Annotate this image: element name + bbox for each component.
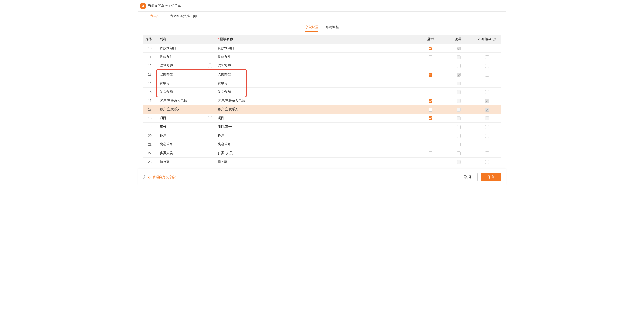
show-checkbox[interactable] (428, 116, 432, 120)
table-row[interactable]: 12结算客户+结算客户 (143, 62, 501, 70)
cell-required (444, 96, 473, 105)
question-icon: ? (143, 175, 146, 179)
add-child-button[interactable]: + (208, 116, 212, 120)
required-star-icon: * (218, 37, 219, 41)
readonly-checkbox[interactable] (485, 55, 489, 59)
cell-name: 客户.主联系人电话 (157, 96, 215, 105)
readonly-checkbox[interactable] (485, 73, 489, 76)
show-checkbox[interactable] (428, 108, 432, 112)
required-checkbox[interactable] (457, 64, 461, 68)
table-row[interactable]: 18项目+项目 (143, 114, 501, 122)
table-row[interactable]: 16客户.主联系人电话客户.主联系人电话 (143, 96, 501, 105)
cell-readonly (473, 158, 501, 166)
show-checkbox[interactable] (428, 143, 432, 146)
cell-display-name[interactable]: 结算客户 (215, 62, 416, 70)
cell-readonly (473, 131, 501, 140)
cell-display-name[interactable]: 收款条件 (215, 53, 416, 62)
table-row[interactable]: 15发票金额发票金额 (143, 88, 501, 96)
cell-readonly (473, 122, 501, 131)
required-checkbox[interactable] (457, 134, 461, 138)
cell-name: 发票金额 (157, 88, 215, 96)
show-checkbox[interactable] (428, 160, 432, 164)
cell-display-name[interactable]: 客户.主联系人电话 (215, 96, 416, 105)
readonly-checkbox[interactable] (485, 125, 489, 129)
chevron-right-icon (142, 4, 144, 7)
save-button[interactable]: 保存 (480, 173, 501, 182)
cell-seq: 21 (143, 140, 157, 149)
cell-seq: 15 (143, 88, 157, 96)
page-title: 当前设置单据：销货单 (148, 4, 181, 8)
table-row[interactable]: 10收款到期日收款到期日 (143, 44, 501, 53)
show-checkbox[interactable] (428, 73, 432, 76)
cell-display-name[interactable]: 发票金额 (215, 88, 416, 96)
cell-name: 票据类型 (157, 70, 215, 79)
show-checkbox[interactable] (428, 55, 432, 59)
cell-show (416, 88, 444, 96)
cell-seq: 12 (143, 62, 157, 70)
required-checkbox[interactable] (457, 152, 461, 155)
cell-display-name[interactable]: 客户.主联系人 (215, 105, 416, 114)
cell-seq: 17 (143, 105, 157, 114)
cell-display-name[interactable]: 票据类型 (215, 70, 416, 79)
show-checkbox[interactable] (428, 64, 432, 68)
main-tab-1[interactable]: 表体区-销货单明细 (165, 12, 202, 21)
show-checkbox[interactable] (428, 90, 432, 94)
cell-required (444, 44, 473, 53)
show-checkbox[interactable] (428, 99, 432, 103)
table-row[interactable]: 17客户.主联系人客户.主联系人 (143, 105, 501, 114)
cell-display-name[interactable]: 项目 (215, 114, 416, 122)
cell-required (444, 79, 473, 88)
manage-custom-fields-link[interactable]: ? ⚙ 管理自定义字段 (143, 175, 176, 179)
cancel-button[interactable]: 取消 (457, 173, 478, 182)
cell-display-name[interactable]: 项目.车号 (215, 122, 416, 131)
cell-display-name[interactable]: 预收款 (215, 158, 416, 166)
cell-seq: 20 (143, 131, 157, 140)
table-row[interactable]: 20备注备注 (143, 131, 501, 140)
readonly-checkbox[interactable] (485, 143, 489, 146)
table-row[interactable]: 11收款条件收款条件 (143, 53, 501, 62)
cell-readonly (473, 70, 501, 79)
required-checkbox[interactable] (457, 125, 461, 129)
readonly-checkbox[interactable] (485, 134, 489, 138)
cell-readonly (473, 88, 501, 96)
main-tabs: 表头区表体区-销货单明细 (138, 12, 506, 21)
cell-show (416, 70, 444, 79)
table-row[interactable]: 13票据类型票据类型 (143, 70, 501, 79)
readonly-checkbox[interactable] (485, 160, 489, 164)
add-child-button[interactable]: + (208, 63, 212, 68)
collapse-toggle-button[interactable] (140, 3, 146, 8)
table-row[interactable]: 14发票号发票号 (143, 79, 501, 88)
show-checkbox[interactable] (428, 82, 432, 85)
cell-display-name[interactable]: 快递单号 (215, 140, 416, 149)
readonly-checkbox[interactable] (485, 90, 489, 94)
show-checkbox[interactable] (428, 134, 432, 138)
footer-actions: 取消 保存 (457, 173, 501, 182)
sub-tab-1[interactable]: 布局调整 (326, 25, 339, 32)
sub-tab-0[interactable]: 字段设置 (305, 25, 318, 32)
help-icon[interactable]: ? (492, 38, 496, 41)
cell-required (444, 149, 473, 158)
table-row[interactable]: 21快递单号快递单号 (143, 140, 501, 149)
show-checkbox[interactable] (428, 152, 432, 155)
required-checkbox (457, 160, 461, 164)
cell-display-name[interactable]: 备注 (215, 131, 416, 140)
readonly-checkbox[interactable] (485, 82, 489, 85)
main-tab-0[interactable]: 表头区 (145, 12, 165, 21)
show-checkbox[interactable] (428, 46, 432, 50)
show-checkbox[interactable] (428, 125, 432, 129)
cell-seq: 16 (143, 96, 157, 105)
cell-display-name[interactable]: 发票号 (215, 79, 416, 88)
readonly-checkbox[interactable] (485, 64, 489, 68)
table-row[interactable]: 22步骤人员步骤1人员 (143, 149, 501, 158)
readonly-checkbox[interactable] (485, 46, 489, 50)
required-checkbox (457, 46, 461, 50)
cell-display-name[interactable]: 步骤1人员 (215, 149, 416, 158)
cell-readonly (473, 62, 501, 70)
readonly-checkbox[interactable] (485, 152, 489, 155)
table-row[interactable]: 19车号项目.车号 (143, 122, 501, 131)
cell-name: 客户.主联系人 (157, 105, 215, 114)
cell-display-name[interactable]: 收款到期日 (215, 44, 416, 53)
required-checkbox[interactable] (457, 143, 461, 146)
cell-show (416, 131, 444, 140)
table-row[interactable]: 23预收款预收款 (143, 158, 501, 166)
